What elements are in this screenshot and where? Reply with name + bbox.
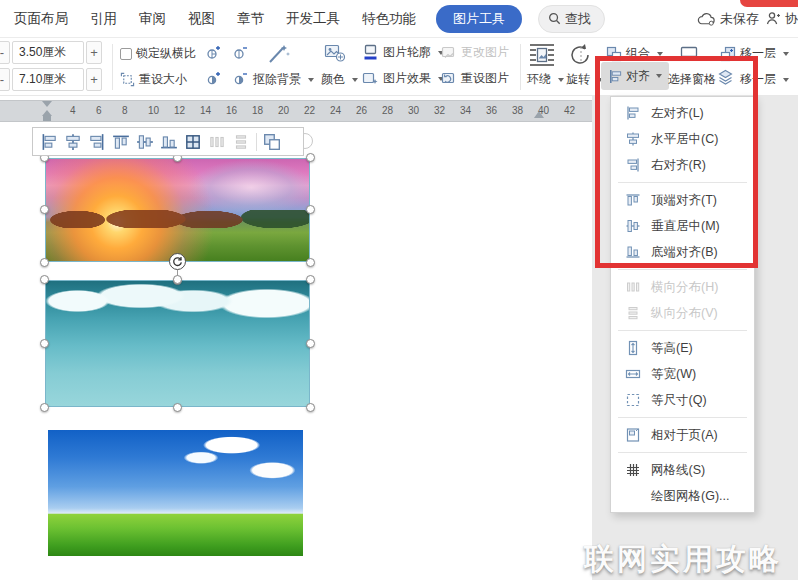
width-minus-button[interactable]: - — [0, 41, 10, 64]
ruler-number: 36 — [486, 105, 497, 116]
first-line-indent-marker[interactable] — [42, 101, 52, 107]
resize-handle[interactable] — [40, 339, 49, 348]
group-button[interactable]: 组合 — [606, 45, 663, 62]
tab-special-features[interactable]: 特色功能 — [362, 10, 416, 28]
menu-item-equal-width[interactable]: 等宽(W) — [611, 361, 754, 387]
remove-background-button[interactable]: 抠除背景 — [253, 71, 314, 88]
menu-item-align-center[interactable]: 水平居中(C) — [611, 126, 754, 152]
decrease-brightness-button[interactable] — [232, 45, 248, 61]
align-top-icon — [624, 192, 641, 209]
color-button[interactable]: 颜色 — [321, 71, 358, 88]
resize-handle[interactable] — [306, 339, 315, 348]
menu-item-gridlines[interactable]: 网格线(S) — [611, 457, 754, 483]
height-minus-button[interactable]: - — [0, 68, 10, 91]
relative-to-page-icon[interactable] — [184, 133, 202, 151]
resize-handle[interactable] — [173, 275, 182, 284]
increase-contrast-button[interactable] — [205, 71, 221, 87]
picture-effects-button[interactable]: 图片效果 — [362, 70, 444, 87]
save-status[interactable]: 未保存 — [697, 10, 759, 28]
rotate-handle[interactable] — [169, 253, 186, 270]
align-center-icon — [624, 131, 641, 148]
align-left-icon[interactable] — [40, 133, 58, 151]
resize-handle[interactable] — [40, 258, 49, 267]
align-center-icon[interactable] — [64, 133, 82, 151]
collaborate-button[interactable]: 协 — [765, 10, 798, 28]
align-bottom-icon[interactable] — [160, 133, 178, 151]
reset-picture-icon — [440, 70, 457, 87]
menu-item-label: 网格线(S) — [651, 462, 705, 479]
tab-references[interactable]: 引用 — [90, 10, 117, 28]
chevron-down-icon — [558, 78, 564, 82]
lock-aspect-checkbox[interactable]: 锁定纵横比 — [120, 45, 196, 62]
align-right-icon[interactable] — [88, 133, 106, 151]
align-top-icon[interactable] — [112, 133, 130, 151]
menu-separator — [618, 417, 747, 418]
ruler-number: 8 — [122, 105, 128, 116]
align-button[interactable]: 对齐 — [601, 62, 669, 90]
increase-brightness-button[interactable] — [205, 45, 221, 61]
picture-color-icon — [324, 43, 346, 63]
picture-outline-button[interactable]: 图片轮廓 — [362, 44, 444, 61]
menu-item-label: 右对齐(R) — [651, 157, 706, 174]
menu-item-align-middle[interactable]: 垂直居中(M) — [611, 213, 754, 239]
ruler-number: 26 — [356, 105, 367, 116]
resize-handle[interactable] — [306, 258, 315, 267]
image-green-field[interactable] — [48, 430, 303, 556]
contrast-plus-icon — [205, 71, 221, 87]
wrap-label: 环绕 — [527, 71, 551, 88]
sunset-field-image[interactable] — [45, 158, 310, 262]
resize-handle[interactable] — [306, 153, 315, 162]
horizontal-ruler[interactable]: 4681012141618202224262830323436384042 — [0, 100, 592, 122]
layers-icon — [717, 69, 734, 86]
decrease-contrast-button[interactable] — [232, 71, 248, 87]
send-backward-button[interactable]: 移一层 — [740, 71, 789, 88]
width-field[interactable]: 3.50厘米 — [12, 41, 84, 64]
layers-button[interactable] — [717, 69, 734, 86]
tab-view[interactable]: 视图 — [188, 10, 215, 28]
right-indent-marker[interactable] — [534, 111, 544, 118]
selected-image-sunset[interactable] — [45, 158, 310, 262]
equal-size-icon — [624, 392, 641, 409]
menu-item-drawing-grid[interactable]: 绘图网格(G)... — [611, 483, 754, 509]
resize-handle[interactable] — [40, 275, 49, 284]
tab-section[interactable]: 章节 — [237, 10, 264, 28]
bring-forward-button[interactable]: 移一层 — [720, 45, 789, 62]
height-plus-button[interactable]: + — [86, 68, 102, 91]
align-middle-icon[interactable] — [136, 133, 154, 151]
wrap-button[interactable]: 环绕 — [527, 71, 564, 88]
menu-item-align-right[interactable]: 右对齐(R) — [611, 152, 754, 178]
rotate-button[interactable]: 旋转 — [566, 71, 603, 88]
resize-handle[interactable] — [306, 275, 315, 284]
tab-review[interactable]: 审阅 — [139, 10, 166, 28]
resize-handle[interactable] — [40, 403, 49, 412]
tab-developer[interactable]: 开发工具 — [286, 10, 340, 28]
selection-pane-button[interactable]: 选择窗格 — [668, 71, 716, 88]
left-indent-marker[interactable] — [43, 116, 51, 121]
width-plus-button[interactable]: + — [86, 41, 102, 64]
menu-item-equal-size[interactable]: 等尺寸(Q) — [611, 387, 754, 413]
reset-picture-button[interactable]: 重设图片 — [440, 70, 509, 87]
group-objects-icon[interactable] — [263, 133, 281, 151]
menu-item-align-left[interactable]: 左对齐(L) — [611, 100, 754, 126]
menu-item-distribute-horizontal: 横向分布(H) — [611, 274, 754, 300]
tab-page-layout[interactable]: 页面布局 — [14, 10, 68, 28]
tab-picture-tools[interactable]: 图片工具 — [436, 5, 522, 33]
height-field[interactable]: 7.10厘米 — [12, 68, 84, 91]
comment-button[interactable] — [680, 45, 698, 61]
menu-item-label: 底端对齐(B) — [651, 244, 718, 261]
menu-item-align-top[interactable]: 顶端对齐(T) — [611, 187, 754, 213]
color-icon-area — [324, 43, 346, 63]
menu-item-relative-to-page[interactable]: 相对于页(A) — [611, 422, 754, 448]
find-button[interactable]: 查找 — [538, 5, 605, 33]
resize-handle[interactable] — [40, 205, 49, 214]
selected-image-teal-sky[interactable] — [45, 280, 310, 407]
menu-item-equal-height[interactable]: 等高(E) — [611, 335, 754, 361]
resize-handle[interactable] — [306, 403, 315, 412]
green-field-image[interactable] — [48, 430, 303, 556]
brightness-plus-icon — [205, 45, 221, 61]
resize-handle[interactable] — [173, 403, 182, 412]
reset-size-button[interactable]: 重设大小 — [120, 71, 187, 88]
teal-sky-image[interactable] — [45, 280, 310, 407]
menu-item-align-bottom[interactable]: 底端对齐(B) — [611, 239, 754, 265]
resize-handle[interactable] — [306, 205, 315, 214]
